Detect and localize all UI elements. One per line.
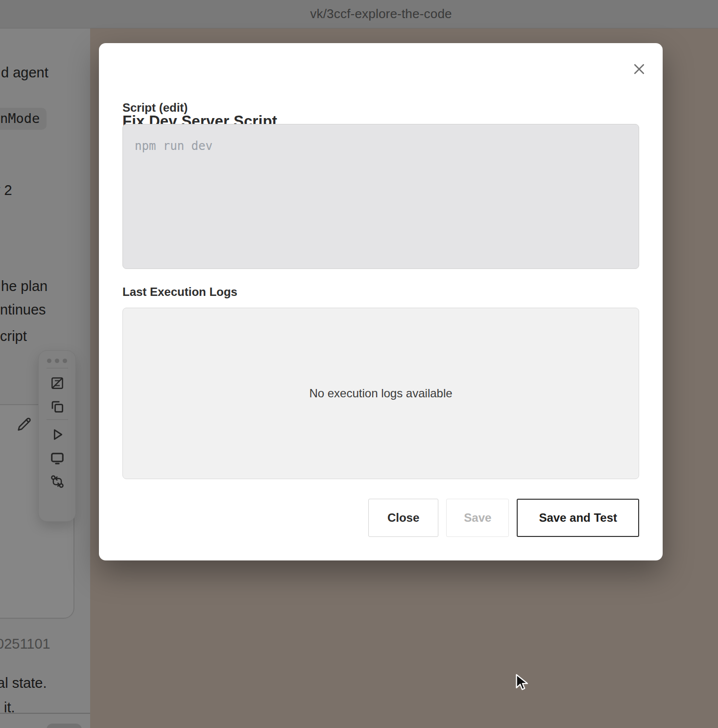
logs-empty-message: No execution logs available xyxy=(309,387,452,400)
save-and-test-button[interactable]: Save and Test xyxy=(517,499,639,537)
fix-dev-server-dialog: Fix Dev Server Script Script (edit) Last… xyxy=(99,43,663,560)
close-button[interactable]: Close xyxy=(368,499,438,537)
save-button[interactable]: Save xyxy=(446,499,509,537)
logs-label: Last Execution Logs xyxy=(122,285,238,299)
screen: vk/3ccf-explore-the-code d agent nMode y… xyxy=(0,0,718,728)
script-label: Script (edit) xyxy=(122,101,188,115)
dialog-footer: Close Save Save and Test xyxy=(368,499,639,537)
script-input[interactable] xyxy=(122,124,639,269)
logs-box: No execution logs available xyxy=(122,308,639,479)
close-icon[interactable] xyxy=(628,58,650,80)
